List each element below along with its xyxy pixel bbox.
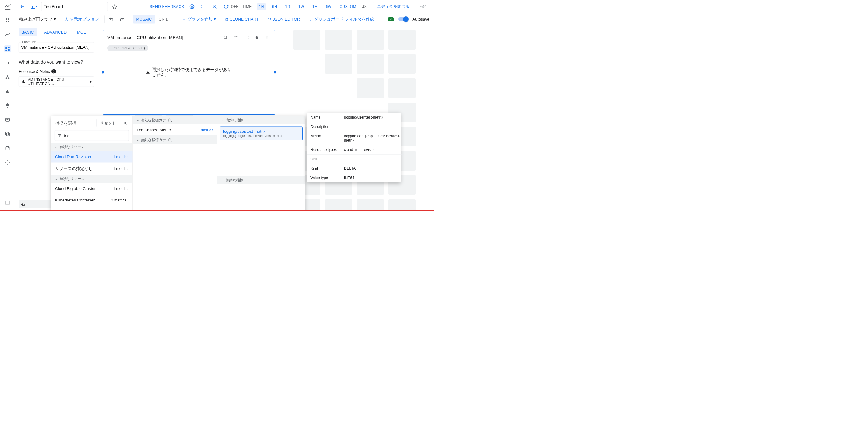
nav-explorer-icon[interactable] bbox=[4, 88, 11, 95]
time-opt-1m[interactable]: 1M bbox=[310, 3, 320, 10]
send-feedback-link[interactable]: SEND FEEDBACK bbox=[150, 4, 184, 9]
header-left: ▾ bbox=[15, 2, 119, 11]
layout-mosaic[interactable]: MOSAIC bbox=[133, 15, 155, 24]
global-nav bbox=[0, 13, 15, 210]
chart-card[interactable]: VM Instance - CPU utilization [MEAN] 1 m… bbox=[103, 30, 275, 115]
synced-status-icon bbox=[388, 17, 394, 22]
chevron-down-icon: ⌄ bbox=[221, 118, 224, 122]
filter-input[interactable] bbox=[64, 133, 126, 138]
category-logs-based[interactable]: Logs-Based Metric1 metric› bbox=[133, 124, 217, 136]
delete-icon[interactable] bbox=[253, 34, 260, 41]
redo-icon[interactable] bbox=[117, 17, 128, 22]
tab-mql[interactable]: MQL bbox=[74, 28, 89, 36]
svg-rect-37 bbox=[22, 81, 22, 83]
nav-groups-icon[interactable] bbox=[4, 131, 11, 137]
time-opt-6w[interactable]: 6W bbox=[323, 3, 334, 10]
time-label: TIME: bbox=[243, 4, 253, 9]
back-button[interactable] bbox=[19, 3, 26, 10]
board-title-input[interactable] bbox=[41, 2, 108, 11]
nav-metrics-icon[interactable] bbox=[4, 31, 11, 38]
svg-rect-20 bbox=[7, 90, 8, 93]
tab-advanced[interactable]: ADVANCED bbox=[41, 28, 69, 36]
autorefresh-icon[interactable] bbox=[222, 3, 230, 10]
svg-point-43 bbox=[267, 37, 267, 38]
top-header: ▾ SEND FEEDBACK OFF TIME: 1H 6H 1D 1W 1M… bbox=[0, 0, 434, 13]
nav-settings-icon[interactable] bbox=[4, 159, 11, 166]
time-opt-6h[interactable]: 6H bbox=[270, 3, 279, 10]
section-valid-metrics[interactable]: ⌄有効な指標 bbox=[217, 116, 305, 124]
svg-rect-12 bbox=[8, 47, 9, 48]
resource-kubernetes[interactable]: Kubernetes Container2 metrics› bbox=[51, 194, 133, 206]
fullscreen-icon[interactable] bbox=[200, 3, 207, 10]
what-data-heading: What data do you want to view? bbox=[19, 60, 94, 65]
svg-point-10 bbox=[8, 21, 9, 22]
dashboard-filter-button[interactable]: ダッシュボード フィルタを作成 bbox=[305, 16, 378, 22]
time-opt-1d[interactable]: 1D bbox=[283, 3, 292, 10]
resource-none[interactable]: リソースの指定なし1 metric› bbox=[51, 163, 133, 175]
search-reset-icon[interactable] bbox=[211, 3, 219, 10]
svg-rect-38 bbox=[23, 80, 24, 83]
resource-vertex[interactable]: Vertex AI Feature Store1 metric› bbox=[51, 206, 133, 210]
nav-uptime-icon[interactable] bbox=[4, 116, 11, 123]
off-label: OFF bbox=[231, 4, 239, 9]
autosave-toggle[interactable] bbox=[399, 17, 408, 22]
nav-debug-icon[interactable] bbox=[4, 145, 11, 152]
filter-input-wrap[interactable] bbox=[55, 130, 129, 141]
display-options-button[interactable]: 表示オプション bbox=[60, 16, 103, 22]
close-editor-button[interactable]: エディタを閉じる bbox=[373, 2, 413, 11]
section-invalid-categories[interactable]: ⌄無効な指標カテゴリ bbox=[133, 136, 217, 144]
undo-icon[interactable] bbox=[106, 17, 117, 22]
resource-bigtable[interactable]: Cloud Bigtable Cluster1 metric› bbox=[51, 183, 133, 194]
section-valid-resources[interactable]: ⌄有効なリソース bbox=[51, 143, 133, 152]
product-logo[interactable] bbox=[0, 0, 15, 13]
svg-rect-21 bbox=[8, 92, 9, 93]
add-chart-button[interactable]: ＋グラフを追加▾ bbox=[178, 16, 220, 22]
svg-marker-3 bbox=[113, 4, 117, 9]
reset-button[interactable]: リセット bbox=[97, 119, 119, 127]
nav-alerting-icon[interactable] bbox=[4, 102, 11, 109]
layout-grid[interactable]: GRID bbox=[155, 15, 172, 24]
svg-point-40 bbox=[224, 36, 227, 39]
metric-test-metrix[interactable]: logging/user/test-metrix logging.googlea… bbox=[220, 127, 303, 141]
save-button[interactable]: 保存 bbox=[417, 2, 431, 11]
header-right: SEND FEEDBACK OFF TIME: 1H 6H 1D 1W 1M 6… bbox=[150, 2, 431, 11]
section-invalid-resources[interactable]: ⌄無効なリソース bbox=[51, 175, 133, 183]
section-valid-categories[interactable]: ⌄有効な指標カテゴリ bbox=[133, 116, 217, 124]
nav-services-icon[interactable] bbox=[4, 74, 11, 81]
legend-icon[interactable] bbox=[232, 34, 240, 41]
close-icon[interactable] bbox=[122, 119, 129, 126]
dashboard-switcher[interactable]: ▾ bbox=[29, 3, 38, 10]
time-opt-custom[interactable]: CUSTOM bbox=[337, 3, 358, 10]
nav-dashboards-icon[interactable] bbox=[4, 46, 11, 52]
resource-cloud-run[interactable]: Cloud Run Revision1 metric› bbox=[51, 151, 133, 163]
svg-rect-23 bbox=[6, 133, 9, 136]
svg-rect-11 bbox=[5, 47, 7, 49]
time-opt-1w[interactable]: 1W bbox=[296, 3, 306, 10]
layout-segment: MOSAIC GRID bbox=[130, 15, 175, 24]
metric-dropdown[interactable]: VM INSTANCE - CPU UTILIZATION… ▾ bbox=[19, 77, 94, 87]
svg-point-4 bbox=[191, 6, 193, 7]
expand-icon[interactable] bbox=[243, 34, 250, 41]
svg-rect-33 bbox=[225, 18, 227, 20]
time-opt-1h[interactable]: 1H bbox=[257, 3, 266, 10]
chevron-down-icon: ⌄ bbox=[136, 118, 140, 122]
nav-export-icon[interactable] bbox=[4, 60, 11, 66]
timezone-label[interactable]: JST bbox=[362, 4, 369, 9]
chevron-down-icon: ⌄ bbox=[136, 138, 140, 142]
chart-type-dropdown[interactable]: 積み上げ面グラフ▾ bbox=[15, 16, 60, 22]
clone-chart-button[interactable]: CLONE CHART bbox=[220, 17, 264, 22]
svg-point-9 bbox=[6, 21, 7, 22]
svg-rect-14 bbox=[5, 50, 7, 51]
nav-resources-icon[interactable] bbox=[4, 17, 11, 24]
help-icon[interactable]: ? bbox=[52, 69, 56, 74]
star-icon[interactable] bbox=[111, 3, 119, 10]
section-invalid-metrics[interactable]: ⌄無効な指標 bbox=[217, 176, 305, 184]
json-editor-button[interactable]: JSON EDITOR bbox=[263, 17, 305, 22]
tab-basic[interactable]: BASIC bbox=[19, 28, 37, 36]
nav-notes-icon[interactable] bbox=[4, 200, 11, 206]
more-icon[interactable] bbox=[264, 34, 271, 41]
settings-icon[interactable] bbox=[188, 3, 196, 10]
svg-line-6 bbox=[216, 7, 217, 8]
svg-rect-13 bbox=[8, 49, 9, 51]
zoom-icon[interactable] bbox=[222, 34, 229, 41]
